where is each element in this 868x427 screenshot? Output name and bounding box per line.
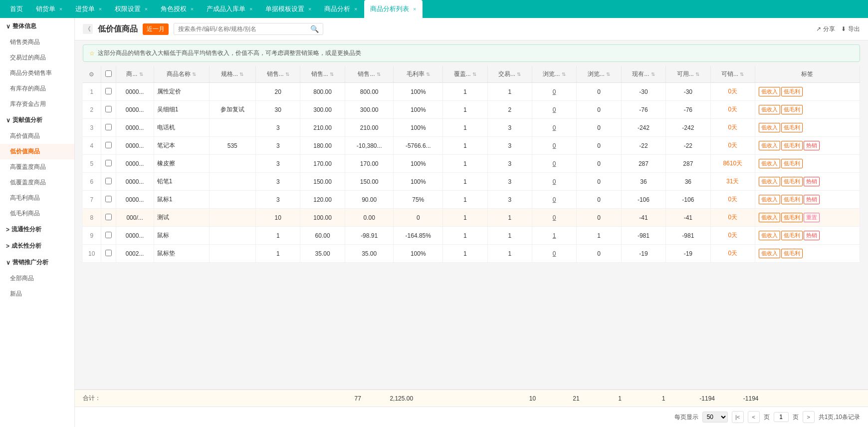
sort-sales-amount-icon: ⇅: [377, 71, 381, 77]
prev-page-button[interactable]: <: [748, 411, 760, 423]
col-available[interactable]: 可用... ⇅: [666, 66, 710, 83]
col-stock[interactable]: 现有... ⇅: [621, 66, 665, 83]
col-pageviews1[interactable]: 浏览... ⇅: [532, 66, 576, 83]
settings-icon[interactable]: ⚙: [89, 71, 94, 78]
row-code: 0002...: [116, 245, 154, 263]
col-sales-amount[interactable]: 销售... ⇅: [345, 66, 394, 83]
nav-template[interactable]: 单据模板设置 ×: [259, 0, 317, 18]
nav-analysis-list[interactable]: 商品分析列表 ×: [364, 0, 422, 18]
first-page-button[interactable]: |<: [732, 411, 744, 423]
search-input[interactable]: [178, 25, 307, 32]
row-name: 电话机: [154, 119, 209, 137]
row-checkbox[interactable]: [105, 214, 112, 220]
row-name: 笔记本: [154, 137, 209, 155]
nav-home[interactable]: 首页: [4, 0, 29, 18]
pv1-link[interactable]: 0: [553, 160, 556, 167]
col-gross-margin[interactable]: 毛利率 ⇅: [394, 66, 443, 83]
tag-低毛利: 低毛利: [781, 105, 803, 114]
sidebar-group-overall[interactable]: ∨ 整体信息: [0, 18, 74, 34]
nav-products[interactable]: 产成品入库单 ×: [201, 0, 258, 18]
next-page-button[interactable]: >: [803, 411, 815, 423]
row-checkbox[interactable]: [105, 106, 112, 112]
close-analysis-icon[interactable]: ×: [354, 6, 357, 12]
row-checkbox[interactable]: [105, 124, 112, 130]
sidebar-group-marketing[interactable]: ∨ 营销推广分析: [0, 254, 74, 271]
close-sales-icon[interactable]: ×: [59, 6, 62, 12]
select-all-checkbox[interactable]: [105, 70, 112, 77]
export-button[interactable]: ⬇ 导出: [841, 25, 860, 33]
close-roles-icon[interactable]: ×: [191, 6, 194, 12]
row-checkbox[interactable]: [105, 142, 112, 148]
col-transactions[interactable]: 交易... ⇅: [487, 66, 532, 83]
search-icon[interactable]: 🔍: [310, 25, 319, 33]
sidebar-item-category-sales[interactable]: 商品分类销售率: [0, 65, 74, 81]
pv1-link[interactable]: 0: [553, 250, 556, 257]
filter-month-button[interactable]: 近一月: [143, 23, 169, 35]
nav-permissions[interactable]: 权限设置 ×: [109, 0, 154, 18]
pv1-link[interactable]: 0: [553, 106, 556, 113]
row-checkbox[interactable]: [105, 196, 112, 202]
row-sellable: 0天: [710, 83, 755, 101]
row-pv1: 0: [532, 83, 576, 101]
col-name[interactable]: 商品名称 ⇅: [154, 66, 209, 83]
nav-roles[interactable]: 角色授权 ×: [155, 0, 200, 18]
sort-transactions-icon: ⇅: [517, 71, 521, 77]
row-tags: 低收入低毛利: [755, 245, 860, 263]
row-checkbox[interactable]: [105, 232, 112, 238]
col-pageviews2[interactable]: 浏览... ⇅: [577, 66, 621, 83]
page-input[interactable]: [774, 412, 789, 422]
share-button[interactable]: ↗ 分享: [816, 25, 835, 33]
nav-sales[interactable]: 销货单 ×: [30, 0, 68, 18]
close-purchase-icon[interactable]: ×: [99, 6, 102, 12]
tag-低毛利: 低毛利: [781, 159, 803, 168]
sidebar-item-low-margin[interactable]: 低毛利商品: [0, 206, 74, 221]
sidebar-item-traded[interactable]: 交易过的商品: [0, 50, 74, 65]
close-template-icon[interactable]: ×: [308, 6, 311, 12]
close-permissions-icon[interactable]: ×: [145, 6, 148, 12]
close-analysis-list-icon[interactable]: ×: [413, 6, 416, 12]
sidebar-item-high-coverage[interactable]: 高覆盖度商品: [0, 159, 74, 175]
row-checkbox-cell: [101, 191, 116, 209]
row-coverage: 1: [443, 173, 487, 191]
row-checkbox[interactable]: [105, 250, 112, 256]
tag-低收入: 低收入: [759, 123, 780, 132]
col-settings[interactable]: ⚙: [83, 66, 101, 83]
sidebar-item-low-value[interactable]: 低价值商品: [0, 144, 74, 159]
row-checkbox[interactable]: [105, 160, 112, 166]
sidebar-item-all-products[interactable]: 全部商品: [0, 271, 74, 286]
nav-purchase[interactable]: 进货单 ×: [69, 0, 108, 18]
col-code[interactable]: 商... ⇅: [116, 66, 154, 83]
sidebar-item-high-value[interactable]: 高价值商品: [0, 128, 74, 144]
row-coverage: 1: [443, 191, 487, 209]
sidebar-group-contribution[interactable]: ∨ 贡献值分析: [0, 112, 74, 128]
col-sellable[interactable]: 可销... ⇅: [710, 66, 755, 83]
row-stock: -41: [621, 209, 665, 227]
sidebar-item-inventory-funds[interactable]: 库存资金占用: [0, 96, 74, 112]
page-arrow: 页: [793, 413, 799, 422]
collapse-sidebar-button[interactable]: 《: [83, 24, 93, 34]
col-sales-qty[interactable]: 销售... ⇅: [256, 66, 300, 83]
nav-analysis[interactable]: 商品分析 ×: [318, 0, 363, 18]
sidebar-item-new-products[interactable]: 新品: [0, 286, 74, 302]
sidebar-item-sales-products[interactable]: 销售类商品: [0, 34, 74, 50]
col-spec[interactable]: 规格... ⇅: [209, 66, 255, 83]
per-page-select[interactable]: 50 100 200: [702, 412, 728, 423]
pv1-link[interactable]: 0: [553, 124, 556, 131]
pv1-link[interactable]: 1: [553, 232, 556, 239]
row-checkbox[interactable]: [105, 88, 112, 94]
sidebar-group-growth[interactable]: > 成长性分析: [0, 238, 74, 254]
pv1-link[interactable]: 0: [553, 142, 556, 149]
pv1-link[interactable]: 0: [553, 196, 556, 203]
sidebar-item-high-margin[interactable]: 高毛利商品: [0, 190, 74, 206]
sidebar-item-stocked[interactable]: 有库存的商品: [0, 81, 74, 96]
pv1-link[interactable]: 0: [553, 178, 556, 185]
close-products-icon[interactable]: ×: [249, 6, 252, 12]
sidebar-item-low-coverage[interactable]: 低覆盖度商品: [0, 175, 74, 190]
col-sales-price[interactable]: 销售... ⇅: [300, 66, 345, 83]
pv1-link[interactable]: 0: [553, 214, 556, 221]
row-checkbox[interactable]: [105, 178, 112, 184]
pv1-link[interactable]: 0: [553, 88, 556, 95]
sidebar-group-circulation[interactable]: > 流通性分析: [0, 221, 74, 238]
col-coverage[interactable]: 覆盖... ⇅: [443, 66, 487, 83]
row-gross-margin: -5766.6...: [394, 137, 443, 155]
